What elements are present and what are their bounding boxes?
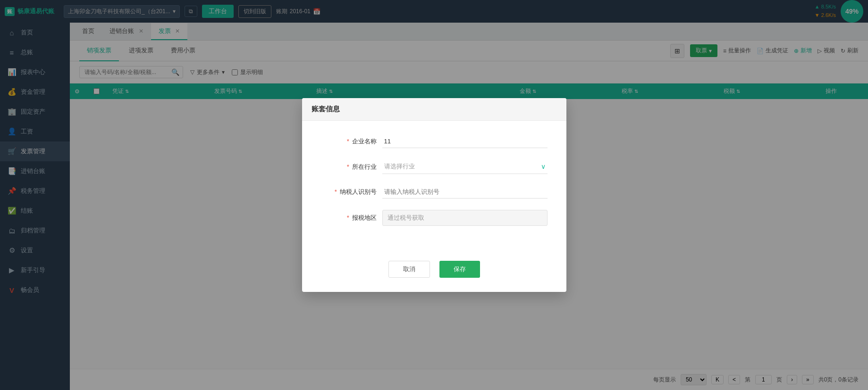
tax-region-label: * 报税地区 (321, 214, 382, 222)
required-star: * (347, 163, 349, 170)
required-star: * (347, 214, 349, 221)
modal-header: 账套信息 (302, 98, 566, 121)
company-name-label: * 企业名称 (321, 137, 382, 146)
modal-footer: 取消 保存 (302, 251, 566, 292)
form-row-tax-region: * 报税地区 通过税号获取 (321, 210, 548, 226)
modal-title: 账套信息 (312, 105, 340, 113)
industry-label: * 所在行业 (321, 163, 382, 171)
tax-region-placeholder: 通过税号获取 (388, 214, 424, 221)
save-button[interactable]: 保存 (439, 261, 480, 278)
tax-id-input[interactable] (382, 185, 548, 199)
tax-id-label: * 纳税人识别号 (321, 188, 382, 196)
modal-dialog: 账套信息 * 企业名称 * 所在行业 请选择行业 ∨ (302, 98, 566, 292)
form-row-company: * 企业名称 (321, 135, 548, 148)
required-star: * (335, 188, 337, 195)
tax-region-field: 通过税号获取 (382, 210, 548, 226)
industry-select[interactable]: 请选择行业 ∨ (382, 159, 548, 174)
cancel-button[interactable]: 取消 (388, 261, 430, 278)
form-row-industry: * 所在行业 请选择行业 ∨ (321, 159, 548, 174)
industry-placeholder: 请选择行业 (384, 162, 541, 171)
modal-overlay[interactable]: 账套信息 * 企业名称 * 所在行业 请选择行业 ∨ (0, 0, 868, 390)
chevron-down-icon: ∨ (541, 163, 546, 170)
required-star: * (347, 138, 349, 145)
modal-body: * 企业名称 * 所在行业 请选择行业 ∨ * (302, 121, 566, 251)
company-name-input[interactable] (382, 135, 548, 148)
form-row-tax-id: * 纳税人识别号 (321, 185, 548, 199)
